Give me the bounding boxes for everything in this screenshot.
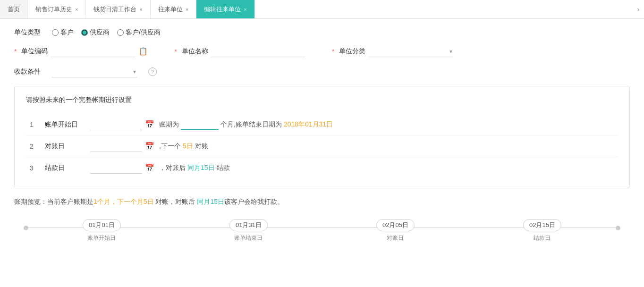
- category-field-group: * 单位分类 未分类 ▾: [332, 45, 453, 57]
- row-num-2: 2: [26, 143, 37, 150]
- row-1-date-group: 2018-01-01 📅: [90, 118, 152, 130]
- timeline-badge-1: 01月01日: [83, 219, 121, 231]
- tab-home[interactable]: 首页: [0, 0, 28, 18]
- row-1-desc-after: 个月,账单结束日期为: [220, 120, 282, 129]
- tab-edit-partner-label: 编辑往来单位: [204, 5, 241, 14]
- preview-label: 账期预览：当前客户账期是: [14, 198, 93, 205]
- row-2-date-group: 2018-02-05 📅: [90, 140, 152, 152]
- tab-cash-work[interactable]: 钱货日清工作台 ×: [86, 0, 150, 18]
- row-3-after: 结款: [217, 164, 230, 172]
- unit-type-row: 单位类型 客户 供应商 客户/供应商: [14, 28, 630, 37]
- radio-customer-input[interactable]: [52, 29, 59, 36]
- row-3-calendar-icon[interactable]: 📅: [145, 163, 154, 172]
- code-required-mark: *: [14, 48, 17, 55]
- row-3-desc: ，对账后 同月15日 结款: [159, 164, 618, 172]
- timeline-points: 01月01日 账单开始日 01月31日 账单结束日 02月05日 对账日 02月…: [28, 219, 616, 242]
- category-arrow-icon: ▾: [449, 48, 452, 55]
- payment-dropdown[interactable]: 月结 ▾: [52, 66, 137, 77]
- radio-supplier[interactable]: 供应商: [81, 28, 110, 37]
- timeline-badge-2: 01月31日: [229, 219, 268, 231]
- timeline-section: 01月01日 账单开始日 01月31日 账单结束日 02月05日 对账日 02月…: [14, 219, 630, 242]
- preview-part3: 同月15日: [197, 198, 224, 205]
- code-label: 单位编码: [21, 47, 48, 56]
- preview-mid: 对账，对账后: [154, 198, 197, 205]
- row-2-comma: ,下一个: [159, 142, 181, 151]
- timeline-point-3: 02月05日 对账日: [376, 219, 415, 242]
- tab-cash-work-label: 钱货日清工作台: [93, 5, 136, 14]
- tab-bar: 首页 销售订单历史 × 钱货日清工作台 × 往来单位 × 编辑往来单位 × ›: [0, 0, 644, 19]
- radio-supplier-input[interactable]: [81, 29, 88, 36]
- tab-edit-partner[interactable]: 编辑往来单位 ×: [196, 0, 254, 18]
- row-3-date-group: 2018-02-15 📅: [90, 162, 152, 174]
- timeline-badge-4: 02月15日: [523, 219, 561, 231]
- period-table: 1 账单开始日 2018-01-01 📅 账期为 1 个月,账单结束日期为 20…: [26, 114, 618, 178]
- payment-arrow-icon: ▾: [133, 68, 136, 75]
- tab-sales-history-close[interactable]: ×: [75, 7, 78, 12]
- code-input[interactable]: 000001: [51, 45, 136, 57]
- row-label-2: 对账日: [45, 142, 83, 151]
- row-2-calendar-icon[interactable]: 📅: [145, 142, 154, 151]
- code-copy-icon[interactable]: 📋: [138, 47, 148, 56]
- radio-both-input[interactable]: [117, 29, 124, 36]
- row-2-desc: ,下一个5日 对账: [159, 142, 618, 151]
- row-num-1: 1: [26, 121, 37, 128]
- timeline-label-4: 结款日: [534, 234, 551, 242]
- name-input[interactable]: 河南供应商22: [211, 45, 305, 57]
- row-1-date-input[interactable]: 2018-01-01: [90, 118, 142, 130]
- row-2-date-input[interactable]: 2018-02-05: [90, 140, 142, 152]
- preview-end: 该客户会给我打款。: [224, 198, 284, 205]
- radio-customer[interactable]: 客户: [52, 28, 74, 37]
- tab-partner-label: 往来单位: [158, 5, 183, 14]
- tab-sales-history-label: 销售订单历史: [35, 5, 72, 14]
- radio-customer-label: 客户: [60, 28, 74, 37]
- period-section: 请按照未来的一个完整帐期进行设置 1 账单开始日 2018-01-01 📅 账期…: [14, 86, 630, 188]
- unit-type-label: 单位类型: [14, 28, 41, 37]
- row-label-3: 结款日: [45, 164, 83, 172]
- unit-type-radio-group: 客户 供应商 客户/供应商: [52, 28, 161, 37]
- timeline-point-4: 02月15日 结款日: [523, 219, 561, 242]
- category-dropdown[interactable]: 未分类 ▾: [368, 45, 453, 57]
- timeline-dot-left: [24, 226, 28, 230]
- row-3-highlight2: 同月15日: [187, 164, 215, 172]
- payment-row: 收款条件 月结 ▾ ?: [14, 66, 630, 77]
- tab-partner[interactable]: 往来单位 ×: [151, 0, 196, 18]
- tab-expand-button[interactable]: ›: [633, 0, 644, 18]
- name-label: 单位名称: [182, 47, 208, 56]
- payment-label: 收款条件: [14, 68, 41, 76]
- category-input[interactable]: 未分类: [368, 45, 453, 57]
- row-1-calendar-icon[interactable]: 📅: [145, 120, 154, 129]
- category-label: 单位分类: [339, 47, 365, 56]
- tab-cash-work-close[interactable]: ×: [139, 7, 142, 12]
- row-num-3: 3: [26, 164, 37, 172]
- name-required-mark: *: [174, 48, 177, 55]
- row-2-highlight1: 5日: [183, 142, 193, 151]
- preview-text: 账期预览：当前客户账期是1个月，下一个月5日 对账，对账后 同月15日该客户会给…: [14, 196, 630, 208]
- row-1-period-input[interactable]: 1: [181, 119, 219, 130]
- payment-input[interactable]: 月结: [52, 66, 137, 77]
- preview-part2: 下一个月5日: [117, 198, 154, 205]
- row-1-highlight: 2018年01月31日: [284, 120, 333, 129]
- payment-help-icon[interactable]: ?: [148, 68, 157, 76]
- table-row: 3 结款日 2018-02-15 📅 ，对账后 同月15日 结款: [26, 157, 618, 178]
- radio-both[interactable]: 客户/供应商: [117, 28, 161, 37]
- tab-partner-close[interactable]: ×: [186, 7, 188, 12]
- row-1-desc: 账期为 1 个月,账单结束日期为 2018年01月31日: [159, 119, 618, 130]
- row-3-date-input[interactable]: 2018-02-15: [90, 162, 142, 174]
- row-1-desc-before: 账期为: [159, 120, 179, 129]
- timeline-badge-3: 02月05日: [376, 219, 415, 231]
- timeline-label-3: 对账日: [387, 234, 404, 242]
- row-2-after: 对账: [195, 142, 208, 151]
- code-field-group: * 单位编码 000001 📋: [14, 45, 148, 57]
- table-row: 1 账单开始日 2018-01-01 📅 账期为 1 个月,账单结束日期为 20…: [26, 114, 618, 135]
- tab-home-label: 首页: [8, 5, 20, 14]
- name-field-group: * 单位名称 河南供应商22: [174, 45, 305, 57]
- timeline-point-2: 01月31日 账单结束日: [229, 219, 268, 242]
- tab-edit-partner-close[interactable]: ×: [244, 7, 246, 12]
- preview-part1: 1个月，: [93, 198, 117, 205]
- timeline-dot-right: [616, 226, 620, 230]
- category-required-mark: *: [332, 48, 334, 55]
- timeline-point-1: 01月01日 账单开始日: [83, 219, 121, 242]
- row-3-comma: ，对账后: [159, 164, 186, 172]
- tab-sales-history[interactable]: 销售订单历史 ×: [28, 0, 86, 18]
- main-content: 单位类型 客户 供应商 客户/供应商 * 单位编码 000001 📋 *: [0, 19, 644, 287]
